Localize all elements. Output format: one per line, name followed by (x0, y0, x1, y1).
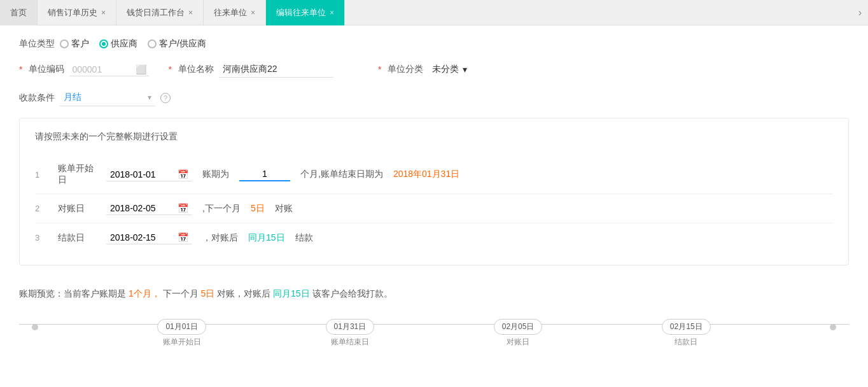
end-date-highlight: 2018年01月31日 (393, 169, 459, 180)
row-label-2: 对账日 (58, 203, 96, 215)
required-star-class: * (378, 64, 381, 74)
unit-code-copy-icon[interactable]: ⬜ (136, 64, 146, 74)
timeline-end-dot (830, 324, 836, 330)
timeline-container: 01月01日 账单开始日 01月31日 账单结束日 02月05日 对账 (19, 313, 849, 360)
reconcile-day-highlight: 5日 (251, 203, 265, 215)
row-desc-2b: 对账 (275, 203, 293, 215)
setting-row-3: 3 结款日 📅 ，对账后 同月15日 结款 (35, 223, 833, 252)
unit-type-field: 单位类型 客户 供应商 客户/供应商 (19, 38, 206, 50)
timeline-label-1: 账单开始日 (163, 337, 201, 348)
timeline-label-2: 账单结束日 (331, 337, 369, 348)
tab-close-partner[interactable]: × (251, 8, 255, 17)
unit-code-field: * 单位编码 ⬜ (19, 63, 149, 76)
payment-label: 收款条件 (19, 92, 55, 104)
unit-type-row: 单位类型 客户 供应商 客户/供应商 (19, 38, 849, 50)
payment-help-icon[interactable]: ? (160, 93, 171, 103)
radio-supplier[interactable]: 供应商 (99, 38, 137, 50)
preview-text: 账期预览：当前客户账期是 1个月， 下一个月 5日 对账，对账后 同月15日 该… (19, 288, 849, 300)
unit-info-row: * 单位编码 ⬜ * 单位名称 * 单位分类 未分类 ▾ (19, 61, 849, 78)
timeline-badge-4: 02月15日 (662, 319, 711, 335)
unit-class-chevron-icon: ▾ (463, 64, 467, 74)
main-content: 单位类型 客户 供应商 客户/供应商 * 单位编码 (0, 25, 868, 387)
payment-row: 收款条件 月结 ▾ ? (19, 89, 849, 106)
tab-home[interactable]: 首页 (0, 0, 38, 25)
unit-name-label: 单位名称 (178, 64, 214, 75)
start-date-input[interactable] (110, 169, 174, 179)
preview-section: 账期预览：当前客户账期是 1个月， 下一个月 5日 对账，对账后 同月15日 该… (19, 278, 849, 360)
row-desc-3b: 结款 (295, 232, 313, 244)
row-num-3: 3 (35, 233, 48, 243)
preview-reconcile-suffix: 对账，对账后 (217, 288, 270, 299)
tab-cash-work[interactable]: 钱货日清工作台 × (116, 0, 204, 25)
timeline-label-4: 结款日 (675, 337, 697, 348)
payment-date-input-wrap: 📅 (106, 231, 192, 244)
unit-class-select[interactable]: 未分类 ▾ (428, 61, 524, 78)
row-desc-2a: ,下一个月 (202, 203, 241, 215)
preview-reconcile-highlight: 5日 (200, 288, 214, 299)
radio-both[interactable]: 客户/供应商 (148, 38, 206, 50)
timeline-dot-start (32, 324, 38, 330)
timeline-badge-3: 02月05日 (494, 319, 543, 335)
unit-code-input-wrap: ⬜ (69, 63, 149, 76)
reconcile-date-input-wrap: 📅 (106, 202, 192, 215)
payment-chevron-icon: ▾ (148, 93, 151, 102)
unit-name-input[interactable] (219, 62, 333, 78)
unit-name-field: * 单位名称 (168, 62, 333, 78)
period-input[interactable] (239, 167, 290, 181)
unit-class-value: 未分类 (432, 64, 459, 75)
start-date-calendar-icon[interactable]: 📅 (178, 169, 188, 179)
payment-select[interactable]: 月结 ▾ (60, 89, 155, 106)
timeline-badge-1: 01月01日 (157, 319, 206, 335)
radio-circle-customer (60, 39, 69, 48)
reconcile-date-calendar-icon[interactable]: 📅 (178, 203, 188, 213)
unit-class-label: 单位分类 (388, 64, 423, 75)
unit-type-label: 单位类型 (19, 38, 55, 50)
required-star-code: * (19, 64, 22, 74)
radio-label-customer: 客户 (71, 38, 89, 50)
reconcile-date-input[interactable] (110, 203, 174, 213)
row-desc-1b: 个月,账单结束日期为 (300, 169, 383, 180)
preview-label: 账期预览：当前客户账期是 (19, 288, 126, 299)
timeline-node-2: 01月31日 账单结束日 (326, 319, 375, 335)
timeline-node-3: 02月05日 对账日 (494, 319, 543, 335)
unit-code-label: 单位编码 (29, 64, 64, 75)
payment-date-input[interactable] (110, 232, 174, 243)
tab-partner[interactable]: 往来单位 × (204, 0, 266, 25)
payment-value: 月结 (64, 92, 144, 103)
radio-group-unit-type: 客户 供应商 客户/供应商 (60, 38, 206, 50)
settings-card: 请按照未来的一个完整帐期进行设置 1 账单开始日 📅 账期为 个月,账单结束日期… (19, 118, 849, 265)
timeline-node-1: 01月01日 账单开始日 (157, 319, 206, 335)
setting-row-1: 1 账单开始日 📅 账期为 个月,账单结束日期为 2018年01月31日 (35, 155, 833, 194)
row-num-2: 2 (35, 204, 48, 213)
timeline-dot-end (830, 324, 836, 330)
required-star-name: * (168, 64, 171, 74)
unit-class-field: * 单位分类 未分类 ▾ (378, 61, 524, 78)
tab-more-button[interactable]: › (852, 7, 868, 18)
setting-row-2: 2 对账日 📅 ,下一个月 5日 对账 (35, 194, 833, 223)
timeline-start-dot (32, 324, 38, 330)
card-title: 请按照未来的一个完整帐期进行设置 (35, 131, 833, 143)
payment-field: 收款条件 月结 ▾ ? (19, 89, 171, 106)
row-label-1: 账单开始日 (58, 163, 96, 186)
start-date-input-wrap: 📅 (106, 168, 192, 181)
timeline-label-3: 对账日 (507, 337, 529, 348)
tab-close-cash-work[interactable]: × (188, 8, 193, 17)
row-desc-1a: 账期为 (202, 169, 229, 180)
tab-close-sales-history[interactable]: × (101, 8, 106, 17)
row-label-3: 结款日 (58, 232, 96, 244)
timeline-badge-2: 01月31日 (326, 319, 375, 335)
preview-reconcile-prefix: 下一个月 (163, 288, 199, 299)
radio-label-supplier: 供应商 (111, 38, 137, 50)
timeline-node-4: 02月15日 结款日 (662, 319, 711, 335)
row-num-1: 1 (35, 170, 48, 179)
preview-payment-suffix: 该客户会给我打款。 (312, 288, 393, 299)
radio-customer[interactable]: 客户 (60, 38, 89, 50)
tab-close-edit-partner[interactable]: × (330, 8, 334, 17)
radio-circle-both (148, 39, 157, 48)
row-desc-3a: ，对账后 (202, 232, 238, 244)
tab-edit-partner[interactable]: 编辑往来单位 × (266, 0, 345, 25)
payment-date-calendar-icon[interactable]: 📅 (178, 232, 188, 243)
preview-payment-highlight: 同月15日 (273, 288, 310, 299)
unit-code-input[interactable] (72, 64, 136, 74)
tab-sales-history[interactable]: 销售订单历史 × (38, 0, 116, 25)
